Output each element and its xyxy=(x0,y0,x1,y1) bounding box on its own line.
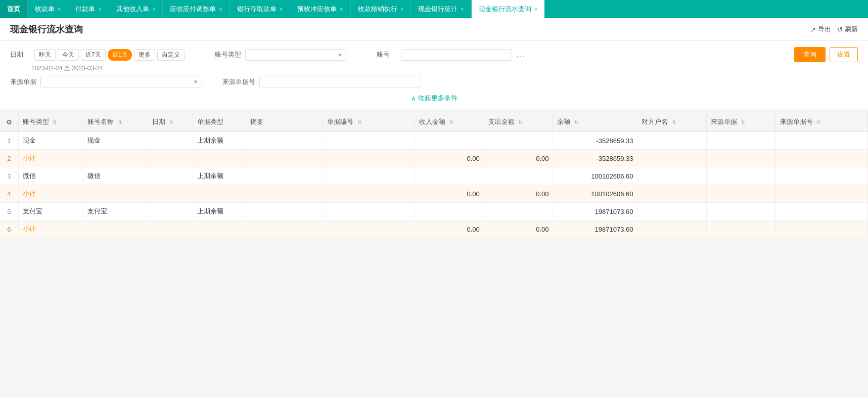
gear-icon: ⚙ xyxy=(6,118,12,126)
close-icon[interactable]: × xyxy=(280,6,283,12)
cell-doc-num xyxy=(323,220,415,238)
cell-counterpart xyxy=(637,150,707,167)
sort-icon: ⇅ xyxy=(816,119,820,125)
source-doc-num-input[interactable] xyxy=(264,78,417,85)
cell-summary xyxy=(246,132,323,150)
column-account-type[interactable]: 账号类型 ⇅ xyxy=(18,112,83,132)
cell-expense xyxy=(484,203,553,220)
cell-balance: -3528659.33 xyxy=(553,150,637,167)
nav-item-cash-flow[interactable]: 现金银行流水查询 × xyxy=(472,0,544,18)
table-row[interactable]: 4 小计 0.00 0.00 100102606.60 xyxy=(0,185,868,203)
close-icon[interactable]: × xyxy=(98,6,101,12)
nav-item-bank-deposit[interactable]: 银行存取款单 × xyxy=(230,0,290,18)
column-date[interactable]: 日期 ⇅ xyxy=(148,112,193,132)
dropdown-icon: ▾ xyxy=(338,51,342,59)
column-gear[interactable]: ⚙ xyxy=(0,112,18,132)
cell-income: 0.00 xyxy=(415,220,484,238)
date-btn-yesterday[interactable]: 昨天 xyxy=(34,49,56,61)
cell-expense: 0.00 xyxy=(484,220,553,238)
nav-item-payment[interactable]: 付款单 × xyxy=(68,0,109,18)
page-title: 现金银行流水查询 xyxy=(10,23,83,35)
cell-date xyxy=(148,220,193,238)
column-source-doc-num[interactable]: 来源单据号 ⇅ xyxy=(775,112,867,132)
cell-account-name: 支付宝 xyxy=(83,203,148,220)
date-btn-7days[interactable]: 近7天 xyxy=(81,49,106,61)
account-type-filter-group: 账号类型 ▾ xyxy=(215,49,346,61)
cell-account-name xyxy=(83,185,148,203)
data-table: ⚙ 账号类型 ⇅ 账号名称 ⇅ 日期 ⇅ 单据类型 摘要 xyxy=(0,112,868,238)
source-doc-select[interactable]: ▾ xyxy=(40,76,202,87)
collapse-bar[interactable]: ∧ 收起更多条件 xyxy=(10,92,858,105)
close-icon[interactable]: × xyxy=(219,6,222,12)
sort-icon: ⇅ xyxy=(357,119,361,125)
close-icon[interactable]: × xyxy=(340,6,343,12)
settings-button[interactable]: 设置 xyxy=(830,47,858,62)
account-label: 账号 xyxy=(377,50,397,59)
cell-account-type: 小计 xyxy=(18,185,83,203)
table-row[interactable]: 3 微信 微信 上期余额 100102606.60 xyxy=(0,167,868,185)
cell-doc-num xyxy=(323,150,415,167)
close-icon[interactable]: × xyxy=(534,6,537,12)
cell-source-doc xyxy=(707,150,776,167)
cell-doc-num xyxy=(323,185,415,203)
cell-doc-num xyxy=(323,167,415,185)
close-icon[interactable]: × xyxy=(461,6,464,12)
top-nav: 首页 收款单 × 付款单 × 其他收入单 × 应收应付调整单 × 银行存取款单 … xyxy=(0,0,868,18)
cell-account-type: 支付宝 xyxy=(18,203,83,220)
column-expense[interactable]: 支出金额 ⇅ xyxy=(484,112,553,132)
column-account-name[interactable]: 账号名称 ⇅ xyxy=(83,112,148,132)
column-doc-type[interactable]: 单据类型 xyxy=(193,112,246,132)
cell-summary xyxy=(246,167,323,185)
cell-account-name xyxy=(83,220,148,238)
nav-item-prepay-offset[interactable]: 预收冲应收单 × xyxy=(290,0,350,18)
table-row[interactable]: 5 支付宝 支付宝 上期余额 19871073.60 xyxy=(0,203,868,220)
cell-source-doc-num xyxy=(775,185,867,203)
query-button[interactable]: 查询 xyxy=(794,47,826,62)
date-btn-today[interactable]: 今天 xyxy=(58,49,79,61)
export-icon: ↗ xyxy=(810,26,816,33)
account-type-select[interactable]: ▾ xyxy=(245,49,346,61)
date-range-display: 2023-02-24 至 2023-03-24 xyxy=(31,64,858,73)
cell-expense xyxy=(484,167,553,185)
account-dots-button[interactable]: ... xyxy=(516,50,526,59)
source-doc-num-input-wrap xyxy=(259,76,421,87)
cell-income xyxy=(415,167,484,185)
cell-num: 4 xyxy=(0,185,18,203)
sort-icon: ⇅ xyxy=(118,119,122,125)
column-income[interactable]: 收入金额 ⇅ xyxy=(415,112,484,132)
column-balance[interactable]: 余额 ⇅ xyxy=(553,112,637,132)
export-button[interactable]: ↗ 导出 xyxy=(810,25,831,34)
source-doc-num-label: 来源单据号 xyxy=(222,77,255,86)
date-btn-more[interactable]: 更多 xyxy=(134,49,155,61)
cell-source-doc-num xyxy=(775,150,867,167)
column-summary[interactable]: 摘要 xyxy=(246,112,323,132)
table-row[interactable]: 1 现金 现金 上期余额 -3528659.33 xyxy=(0,132,868,150)
column-counterpart[interactable]: 对方户名 ⇅ xyxy=(637,112,707,132)
column-source-doc[interactable]: 来源单据 ⇅ xyxy=(707,112,776,132)
account-input[interactable] xyxy=(405,51,508,59)
cell-account-name xyxy=(83,150,148,167)
nav-item-other-income[interactable]: 其他收入单 × xyxy=(109,0,163,18)
close-icon[interactable]: × xyxy=(152,6,155,12)
close-icon[interactable]: × xyxy=(400,6,403,12)
table-row[interactable]: 6 小计 0.00 0.00 19871073.60 xyxy=(0,220,868,238)
filter-row-2: 来源单据 ▾ 来源单据号 xyxy=(10,76,858,87)
close-icon[interactable]: × xyxy=(58,6,61,12)
cell-date xyxy=(148,132,193,150)
cell-counterpart xyxy=(637,132,707,150)
nav-item-cash-stats[interactable]: 现金银行统计 × xyxy=(411,0,471,18)
nav-item-ar-ap-adjust[interactable]: 应收应付调整单 × xyxy=(163,0,230,18)
source-doc-filter-group: 来源单据 ▾ xyxy=(10,76,202,87)
nav-item-receipt[interactable]: 收款单 × xyxy=(28,0,68,18)
date-btn-1month[interactable]: 近1月 xyxy=(108,49,132,61)
table-row[interactable]: 2 小计 0.00 0.00 -3528659.33 xyxy=(0,150,868,167)
refresh-button[interactable]: ↺ 刷新 xyxy=(837,25,858,34)
column-doc-num[interactable]: 单据编号 ⇅ xyxy=(323,112,415,132)
cell-balance: 100102606.60 xyxy=(553,167,637,185)
cell-summary xyxy=(246,220,323,238)
nav-item-receipt-exec[interactable]: 收款核销执行 × xyxy=(351,0,411,18)
date-btn-custom[interactable]: 自定义 xyxy=(157,49,185,61)
date-buttons: 昨天 今天 近7天 近1月 更多 自定义 xyxy=(34,49,185,61)
cell-income: 0.00 xyxy=(415,150,484,167)
nav-home[interactable]: 首页 xyxy=(0,0,28,18)
